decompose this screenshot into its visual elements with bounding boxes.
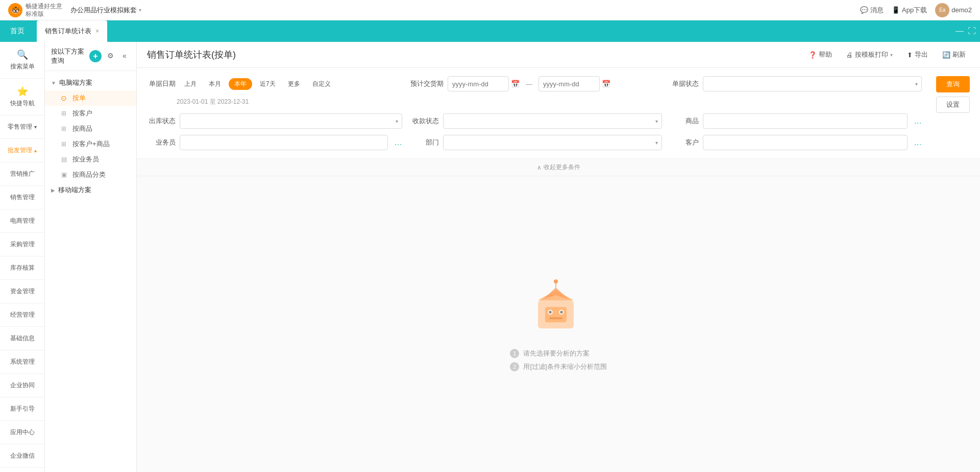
content-area: 销售订单统计表(按单) ❓ 帮助 🖨 按模板打印 ▾ ⬆ 导出 🔄 刷新 [137, 42, 980, 472]
table-icon: ▤ [59, 155, 68, 164]
salesperson-input[interactable] [180, 135, 388, 150]
goods-input[interactable] [703, 113, 908, 129]
sidebar-item-purchase[interactable]: 采购管理 [0, 233, 44, 256]
goods-more-btn[interactable]: … [914, 116, 922, 126]
radio-icon: ⊙ [59, 93, 68, 103]
expected-date-label: 预计交货期 [410, 79, 444, 88]
app-download-btn[interactable]: 📱 App下载 [892, 6, 927, 15]
expected-date-from[interactable] [448, 76, 509, 91]
tab-close-icon[interactable]: × [95, 28, 99, 35]
question-icon: ❓ [808, 51, 817, 59]
action-buttons: 查询 设置 [936, 76, 970, 113]
empty-hint-2: 2 用[过滤]条件来缩小分析范围 [510, 362, 606, 371]
sidebar-item-system[interactable]: 系统管理 [0, 350, 44, 374]
date-btn-7days[interactable]: 近7天 [255, 78, 280, 90]
message-btn[interactable]: 💬 消息 [860, 6, 884, 15]
date-btn-more[interactable]: 更多 [283, 78, 305, 90]
tree-parent-desktop[interactable]: ▼ 电脑端方案 [45, 75, 136, 90]
maximize-icon[interactable]: ⛶ [968, 27, 976, 36]
customer-input[interactable] [703, 135, 908, 150]
payment-status-select[interactable] [443, 113, 662, 129]
date-btn-this-year[interactable]: 本年 [229, 78, 252, 90]
date-btn-custom[interactable]: 自定义 [308, 78, 335, 90]
left-panel: 按以下方案查询 + ⚙ « ▼ 电脑端方案 ⊙ 按单 ⊞ 按客户 ⊞ 按商品 [45, 42, 137, 472]
minimize-icon[interactable]: — [955, 27, 964, 36]
status-select[interactable] [703, 76, 922, 91]
sidebar-item-ecommerce[interactable]: 电商管理 [0, 209, 44, 233]
page-title: 销售订单统计表(按单) [147, 49, 236, 61]
sidebar: 🔍 搜索菜单 ⭐ 快捷导航 零售管理 ▾ 批发管理 ▴ 营销推广 销售管理 电商… [0, 42, 45, 472]
query-btn[interactable]: 查询 [936, 76, 970, 92]
chevron-up-icon: ▴ [34, 148, 37, 153]
tab-home[interactable]: 首页 [0, 20, 35, 42]
sidebar-item-enterprise[interactable]: 企业协同 [0, 374, 44, 397]
tree-parent-mobile[interactable]: ▶ 移动端方案 [45, 182, 136, 198]
filter-row-3: 业务员 … 部门 ▾ [147, 135, 922, 150]
salesperson-more-btn[interactable]: … [394, 138, 402, 147]
chevron-down-icon: ▾ [890, 52, 893, 58]
sidebar-item-newbie[interactable]: 新手引导 [0, 397, 44, 421]
chevron-down-icon: ▾ [34, 124, 37, 130]
calendar-icon-from[interactable]: 📅 [511, 80, 520, 88]
date-range-text: 2023-01-01 至 2023-12-31 [177, 98, 249, 106]
expected-date-to[interactable] [538, 76, 600, 91]
logo-area: 🐯 畅捷通好生意 标准版 [8, 3, 62, 17]
main-layout: 🔍 搜索菜单 ⭐ 快捷导航 零售管理 ▾ 批发管理 ▴ 营销推广 销售管理 电商… [0, 42, 980, 472]
tree-child-by-order[interactable]: ⊙ 按单 [45, 90, 136, 106]
tree-child-by-salesperson[interactable]: ▤ 按业务员 [45, 152, 136, 167]
sidebar-item-operation[interactable]: 经营管理 [0, 303, 44, 327]
date-btn-last-month[interactable]: 上月 [180, 78, 201, 90]
page-header: 销售订单统计表(按单) ❓ 帮助 🖨 按模板打印 ▾ ⬆ 导出 🔄 刷新 [137, 42, 980, 68]
help-btn[interactable]: ❓ 帮助 [804, 48, 836, 61]
collapse-text: ∧ 收起更多条件 [537, 163, 580, 172]
sidebar-item-wholesale[interactable]: 批发管理 ▴ [0, 139, 44, 162]
delivery-status-select[interactable] [180, 113, 402, 129]
settings-btn[interactable]: 设置 [936, 97, 970, 113]
payment-status-label: 收款状态 [410, 116, 439, 126]
customer-more-btn[interactable]: … [914, 138, 922, 147]
sidebar-item-retail[interactable]: 零售管理 ▾ [0, 115, 44, 139]
sidebar-item-quick-nav[interactable]: ⭐ 快捷导航 [0, 79, 44, 115]
company-select[interactable]: 办公用品行业模拟账套 ▾ [66, 4, 145, 17]
left-panel-header: 按以下方案查询 + ⚙ « [45, 42, 136, 71]
sidebar-item-member[interactable]: 畅会员 [0, 468, 44, 472]
tree-child-by-category[interactable]: ▣ 按商品分类 [45, 167, 136, 182]
sidebar-item-corp-wechat[interactable]: 企业微信 [0, 444, 44, 468]
sidebar-item-sales[interactable]: 销售管理 [0, 186, 44, 209]
sidebar-item-marketing[interactable]: 营销推广 [0, 162, 44, 186]
sidebar-item-inventory[interactable]: 库存核算 [0, 256, 44, 280]
top-bar-right: 💬 消息 📱 App下载 Ea demo2 [860, 3, 972, 17]
tree-child-by-customer[interactable]: ⊞ 按客户 [45, 106, 136, 121]
export-btn[interactable]: ⬆ 导出 [903, 48, 932, 61]
grid-icon: ⊞ [59, 139, 68, 149]
svg-point-6 [549, 311, 551, 313]
top-bar: 🐯 畅捷通好生意 标准版 办公用品行业模拟账套 ▾ 💬 消息 📱 App下载 E… [0, 0, 980, 20]
collapse-panel-btn[interactable]: « [119, 50, 130, 61]
calendar-icon-to[interactable]: 📅 [602, 80, 610, 88]
department-label: 部门 [410, 138, 439, 147]
expand-icon: ▶ [51, 187, 55, 193]
sidebar-item-finance[interactable]: 资金管理 [0, 280, 44, 303]
tab-sales-order[interactable]: 销售订单统计表 × [37, 20, 107, 42]
date-btn-this-month[interactable]: 本月 [204, 78, 226, 90]
sidebar-item-basic[interactable]: 基础信息 [0, 327, 44, 350]
print-icon: 🖨 [846, 51, 853, 59]
sidebar-item-app-center[interactable]: 应用中心 [0, 421, 44, 444]
user-avatar[interactable]: Ea demo2 [935, 3, 972, 17]
collapse-bar[interactable]: ∧ 收起更多条件 [137, 159, 980, 176]
settings-scheme-btn[interactable]: ⚙ [105, 50, 116, 61]
chevron-up-icon: ∧ [537, 164, 542, 171]
template-print-btn[interactable]: 🖨 按模板打印 ▾ [842, 48, 897, 61]
refresh-btn[interactable]: 🔄 刷新 [938, 48, 970, 61]
sidebar-item-search-menu[interactable]: 🔍 搜索菜单 [0, 42, 44, 79]
chevron-down-icon: ▾ [139, 7, 141, 13]
date-separator: — [526, 80, 532, 88]
filter-row-1: 单据日期 上月 本月 本年 近7天 更多 自定义 [147, 76, 922, 91]
add-scheme-btn[interactable]: + [89, 50, 102, 62]
department-select[interactable] [443, 135, 662, 150]
export-icon: ⬆ [907, 51, 913, 59]
tree-child-by-product[interactable]: ⊞ 按商品 [45, 121, 136, 136]
tree-section: ▼ 电脑端方案 ⊙ 按单 ⊞ 按客户 ⊞ 按商品 ⊞ 按客户+商品 ▤ 按业务员 [45, 71, 136, 202]
hint-num-2: 2 [510, 362, 519, 371]
tree-child-by-customer-product[interactable]: ⊞ 按客户+商品 [45, 136, 136, 152]
